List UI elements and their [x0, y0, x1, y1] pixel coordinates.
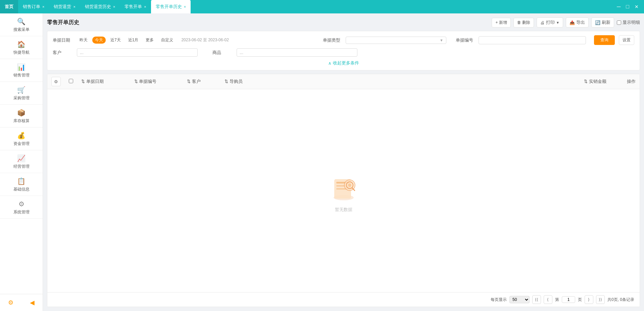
refresh-button[interactable]: 🔄 刷新: [591, 17, 614, 28]
refresh-icon: 🔄: [595, 20, 600, 25]
goods-dots: ...: [240, 50, 243, 55]
sidebar-label-inventory: 库存核算: [13, 118, 30, 124]
per-page-label: 每页显示: [491, 297, 507, 303]
first-page-button[interactable]: ⟨⟨: [532, 295, 541, 304]
display-detail-input[interactable]: [617, 20, 621, 25]
collapse-sidebar-icon[interactable]: ◀: [29, 298, 36, 308]
sidebar-item-system[interactable]: ⚙系统管理: [0, 196, 43, 219]
sidebar-item-inventory[interactable]: 📦库存核算: [0, 105, 43, 127]
sidebar-label-finance: 资金管理: [13, 141, 30, 147]
prev-page-button[interactable]: ⟨: [544, 295, 552, 304]
no-col-header: ⇅ 单据编号: [130, 74, 183, 89]
empty-state: 暂无数据: [47, 89, 640, 292]
sidebar-bottom: ⚙◀: [0, 294, 43, 311]
tab-sales-return[interactable]: 销货退货 ×: [49, 0, 80, 13]
select-all-checkbox[interactable]: [69, 79, 73, 83]
tab-close-retail-open-history[interactable]: ×: [184, 5, 186, 9]
sidebar-label-purchase-mgmt: 采购管理: [13, 95, 30, 101]
bill-no-input[interactable]: [479, 36, 586, 44]
settings-button[interactable]: 设置: [619, 35, 634, 45]
tab-home[interactable]: 首页: [0, 0, 18, 13]
checkbox-col: [65, 74, 77, 89]
goods-select[interactable]: ...: [237, 48, 357, 57]
sidebar-label-search: 搜索采单: [13, 27, 30, 33]
sidebar-label-basic-info: 基础信息: [13, 187, 30, 192]
sidebar-item-purchase-mgmt[interactable]: 🛒采购管理: [0, 82, 43, 105]
minimize-icon[interactable]: ─: [615, 2, 622, 11]
window-controls: ─ □ ✕: [615, 2, 644, 11]
tab-close-sales-return[interactable]: ×: [73, 5, 75, 9]
date-opt-more[interactable]: 更多: [143, 37, 156, 44]
date-opt-custom[interactable]: 自定义: [158, 37, 176, 44]
customer-select[interactable]: ...: [77, 48, 198, 57]
maximize-icon[interactable]: □: [625, 2, 631, 11]
filter-row-1: 单据日期 昨天今天近7天近1月更多自定义 2023-06-02 至 2023-0…: [53, 35, 634, 45]
empty-text: 暂无数据: [335, 207, 352, 213]
amount-col-header: ⇅ 实销金额: [558, 74, 611, 89]
settings-bottom-icon[interactable]: ⚙: [7, 298, 15, 308]
pagination: 每页显示 50 10 20 100 ⟨⟨ ⟨ 第 页 ⟩ ⟩⟩ 共0页, 0条记…: [47, 292, 640, 307]
tab-close-sales-return-history[interactable]: ×: [113, 5, 115, 9]
export-icon: 📤: [569, 20, 575, 25]
extra-cols: [266, 74, 557, 89]
svg-point-8: [348, 184, 351, 187]
print-icon: 🖨: [540, 20, 545, 25]
action-col-header: 操作: [610, 74, 640, 89]
close-icon[interactable]: ✕: [633, 3, 640, 11]
add-button[interactable]: + 新增: [492, 18, 510, 28]
tab-close-retail-open[interactable]: ×: [144, 5, 146, 9]
date-opt-today[interactable]: 今天: [92, 37, 106, 44]
search-icon: 🔍: [17, 17, 26, 25]
filter-row-2: 客户 ... 商品 ...: [53, 48, 634, 57]
sidebar-item-finance[interactable]: 💰资金管理: [0, 127, 43, 150]
per-page-select[interactable]: 50 10 20 100: [509, 296, 530, 303]
date-opt-last7[interactable]: 近7天: [108, 37, 123, 44]
filter-panel: 单据日期 昨天今天近7天近1月更多自定义 2023-06-02 至 2023-0…: [47, 31, 640, 70]
sidebar-item-operations[interactable]: 📈经营管理: [0, 150, 43, 173]
last-page-button[interactable]: ⟩⟩: [596, 295, 605, 304]
tab-bar: 首页销售订单 ×销货退货 ×销货退货历史 ×零售开单 ×零售开单历史 ×: [0, 0, 615, 13]
collapse-label: 收起更多条件: [333, 60, 359, 66]
amount-col-label: ⇅ 实销金额: [584, 79, 606, 84]
quick-nav-icon: 🏠: [17, 40, 26, 48]
display-detail-checkbox[interactable]: 显示明细: [617, 19, 640, 25]
date-opt-yesterday[interactable]: 昨天: [77, 37, 90, 44]
bill-type-dropdown-icon: ▼: [440, 38, 443, 42]
customer-dots: ...: [80, 50, 84, 55]
customer-label: 客户: [53, 50, 73, 56]
settings-col: ⚙: [47, 74, 65, 89]
delete-button[interactable]: 🗑 删除: [513, 18, 534, 28]
tab-close-sales-order[interactable]: ×: [42, 5, 44, 9]
customer-col-label: ⇅ 客户: [187, 79, 201, 84]
no-col-label: ⇅ 单据编号: [134, 79, 157, 84]
page-label: 第: [555, 297, 559, 303]
page-input[interactable]: [562, 296, 575, 303]
collapse-row[interactable]: ∧ 收起更多条件: [53, 60, 634, 66]
page-title: 零售开单历史: [47, 19, 79, 26]
next-page-button[interactable]: ⟩: [585, 295, 593, 304]
export-button[interactable]: 📤 导出: [566, 17, 589, 28]
table-settings-button[interactable]: ⚙: [51, 77, 61, 86]
sidebar-item-quick-nav[interactable]: 🏠快捷导航: [0, 36, 43, 59]
query-button[interactable]: 查询: [594, 35, 615, 45]
toolbar: + 新增 🗑 删除 🖨 打印 ▼ 📤 导出 🔄 刷新 显示明细: [492, 17, 640, 28]
date-opt-last1m[interactable]: 近1月: [126, 37, 141, 44]
print-button[interactable]: 🖨 打印 ▼: [537, 17, 563, 28]
sidebar-item-search[interactable]: 🔍搜索采单: [0, 13, 43, 36]
tab-retail-open-history[interactable]: 零售开单历史 ×: [151, 0, 191, 13]
data-table: ⚙ ⇅ 单据日期 ⇅ 单据编号: [47, 74, 640, 89]
tab-sales-order[interactable]: 销售订单 ×: [18, 0, 49, 13]
table-header: ⚙ ⇅ 单据日期 ⇅ 单据编号: [47, 74, 640, 89]
tab-sales-return-history[interactable]: 销货退货历史 ×: [80, 0, 120, 13]
date-range: 2023-06-02 至 2023-06-02: [181, 37, 229, 43]
sales-mgmt-icon: 📊: [17, 63, 26, 71]
collapse-up-icon: ∧: [328, 61, 332, 66]
system-icon: ⚙: [18, 200, 24, 208]
tab-retail-open[interactable]: 零售开单 ×: [120, 0, 151, 13]
salesperson-col-header: ⇅ 导购员: [220, 74, 266, 89]
print-label: 打印: [546, 19, 555, 25]
bill-type-select[interactable]: ▼: [346, 37, 446, 44]
print-dropdown-icon: ▼: [556, 21, 559, 24]
sidebar-item-basic-info[interactable]: 📋基础信息: [0, 173, 43, 196]
sidebar-item-sales-mgmt[interactable]: 📊销售管理: [0, 59, 43, 82]
